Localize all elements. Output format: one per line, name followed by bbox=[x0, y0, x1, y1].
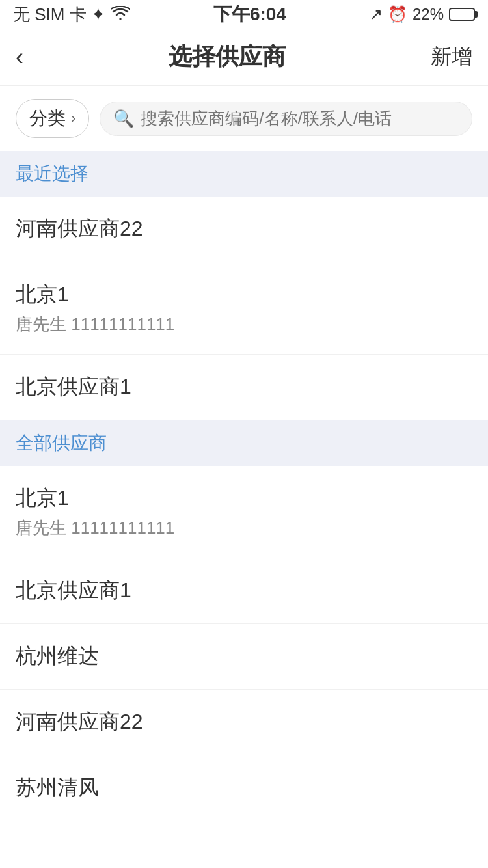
list-item[interactable]: 北京1唐先生 11111111111 bbox=[0, 262, 488, 355]
location-icon: ↗ bbox=[370, 5, 383, 23]
item-name: 北京1 bbox=[16, 484, 472, 513]
item-sub: 唐先生 11111111111 bbox=[16, 313, 472, 336]
search-icon: 🔍 bbox=[113, 109, 134, 129]
category-label: 分类 bbox=[29, 106, 66, 131]
add-button[interactable]: 新增 bbox=[431, 43, 472, 72]
sections-container: 最近选择河南供应商22北京1唐先生 11111111111北京供应商1全部供应商… bbox=[0, 151, 488, 821]
item-name: 北京供应商1 bbox=[16, 373, 472, 401]
list-item[interactable]: 北京1唐先生 11111111111 bbox=[0, 466, 488, 558]
nav-bar: ‹ 选择供应商 新增 bbox=[0, 29, 488, 86]
no-sim-text: 无 SIM 卡 ✦ bbox=[13, 3, 105, 26]
back-button[interactable]: ‹ bbox=[16, 44, 23, 71]
battery-percent: 22% bbox=[413, 5, 444, 23]
list-item[interactable]: 苏州清风 bbox=[0, 755, 488, 821]
category-filter-button[interactable]: 分类 › bbox=[16, 99, 89, 138]
item-name: 河南供应商22 bbox=[16, 708, 472, 737]
battery-icon bbox=[449, 8, 475, 21]
search-bar: 分类 › 🔍 bbox=[0, 86, 488, 151]
wifi-icon bbox=[111, 5, 130, 25]
status-right: ↗ ⏰ 22% bbox=[370, 5, 475, 23]
item-sub: 唐先生 11111111111 bbox=[16, 517, 472, 539]
item-name: 苏州清风 bbox=[16, 774, 472, 802]
alarm-icon: ⏰ bbox=[388, 5, 407, 23]
item-name: 杭州维达 bbox=[16, 642, 472, 671]
search-input[interactable] bbox=[141, 109, 459, 129]
section-header-all: 全部供应商 bbox=[0, 420, 488, 466]
list-item[interactable]: 杭州维达 bbox=[0, 624, 488, 690]
search-input-wrap[interactable]: 🔍 bbox=[100, 102, 472, 136]
status-time: 下午6:04 bbox=[213, 2, 286, 27]
list-item[interactable]: 河南供应商22 bbox=[0, 690, 488, 755]
chevron-right-icon: › bbox=[71, 110, 75, 127]
list-item[interactable]: 北京供应商1 bbox=[0, 355, 488, 420]
item-name: 北京1 bbox=[16, 280, 472, 309]
list-item[interactable]: 北京供应商1 bbox=[0, 558, 488, 624]
list-item[interactable]: 河南供应商22 bbox=[0, 197, 488, 262]
section-header-recent: 最近选择 bbox=[0, 151, 488, 197]
page-title: 选择供应商 bbox=[169, 41, 286, 73]
item-name: 北京供应商1 bbox=[16, 576, 472, 605]
status-left: 无 SIM 卡 ✦ bbox=[13, 3, 130, 26]
status-bar: 无 SIM 卡 ✦ 下午6:04 ↗ ⏰ 22% bbox=[0, 0, 488, 29]
item-name: 河南供应商22 bbox=[16, 215, 472, 243]
